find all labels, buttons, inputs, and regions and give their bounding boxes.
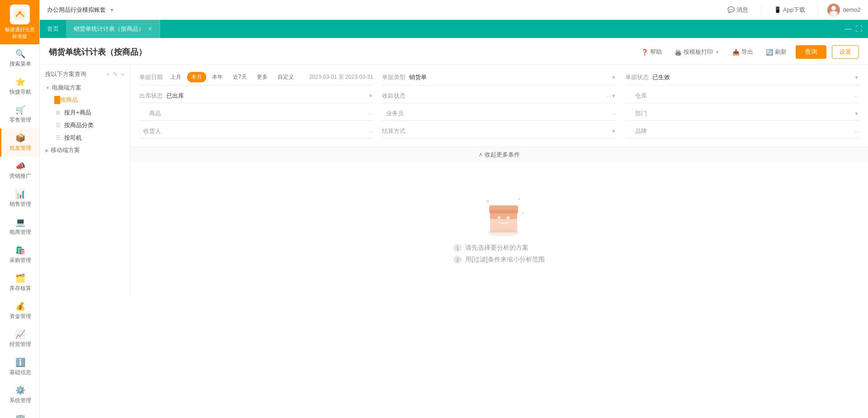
filter-type: 单据类型 销货单 ▼ (382, 72, 616, 86)
brand-more-icon[interactable]: ··· (854, 128, 859, 135)
product-more-icon[interactable]: ··· (368, 110, 373, 117)
edit-scheme-icon[interactable]: ✎ (113, 71, 118, 78)
app-download-button[interactable]: 📱 App下载 (770, 4, 809, 16)
date-tab-last-7days[interactable]: 近7天 (229, 72, 251, 82)
filter-brand: 品牌 ··· (625, 127, 859, 138)
help-button[interactable]: ❓ 帮助 (637, 46, 665, 58)
tree-item-by-month-product[interactable]: ⊞ 按月+商品 (51, 106, 130, 119)
sidebar-item-ecom[interactable]: 💻 电商管理 (0, 213, 39, 241)
type-value-area[interactable]: 销货单 ▼ (409, 73, 616, 81)
quick-nav-icon: ⭐ (15, 77, 25, 87)
logo-subtitle: 标准版 (12, 33, 27, 40)
sidebar-item-wholesale[interactable]: 📦 批发管理 (0, 128, 39, 157)
refresh-button[interactable]: 🔄 刷新 (762, 46, 790, 58)
date-tab-last-month[interactable]: 上月 (166, 72, 185, 82)
app-logo[interactable]: 畅捷通好生意 标准版 (0, 0, 39, 44)
tree-group-desktop[interactable]: ▼ 电脑端方案 (40, 82, 130, 94)
tree-group-mobile[interactable]: ▶ 移动端方案 (40, 144, 130, 156)
pay-status-label: 收款状态 (382, 92, 409, 100)
query-button[interactable]: 查询 (796, 45, 826, 59)
tree-item-by-product[interactable]: 按 按商品 (51, 94, 130, 106)
out-status-value-area[interactable]: 已出库 ▼ (166, 92, 373, 100)
tab-minimize-icon[interactable]: — (844, 25, 852, 33)
sidebar-item-system-label: 系统管理 (9, 397, 31, 404)
sidebar-item-basics[interactable]: ℹ️ 基础信息 (0, 353, 39, 381)
filter-out-status: 出库状态 已出库 ▼ (139, 92, 373, 103)
status-dropdown-icon: ▼ (854, 75, 859, 80)
svg-point-3 (830, 11, 838, 16)
tab-home-label: 首页 (47, 25, 59, 33)
sidebar-item-operations[interactable]: 📈 经营管理 (0, 325, 39, 353)
collapse-bar[interactable]: ∧ 收起更多条件 (130, 147, 868, 162)
enterprise-icon: 🏢 (15, 413, 25, 418)
tree-item-by-category-label: 按商品分类 (64, 121, 94, 129)
left-panel-icons: + ✎ « (106, 71, 124, 78)
wholesale-icon: 📦 (15, 133, 25, 143)
pay-status-value-area[interactable]: ··· ▼ (409, 93, 616, 100)
date-tab-this-month[interactable]: 本月 (187, 72, 206, 82)
receiver-more-icon[interactable]: ··· (368, 128, 373, 135)
tree-item-by-cashier[interactable]: ☰ 按司机 (51, 132, 130, 144)
product-value-area[interactable]: ··· (165, 110, 373, 117)
tab-home[interactable]: 首页 (40, 20, 66, 38)
tab-maximize-icon[interactable]: ⛶ (855, 25, 863, 33)
date-tab-this-year[interactable]: 本年 (208, 72, 227, 82)
workspace-dropdown-icon[interactable]: ▼ (109, 7, 114, 13)
date-tab-custom[interactable]: 自定义 (274, 72, 298, 82)
sidebar-item-system[interactable]: ⚙️ 系统管理 (0, 381, 39, 409)
ecom-icon: 💻 (15, 217, 25, 227)
date-tab-more[interactable]: 更多 (253, 72, 272, 82)
user-area[interactable]: demo2 (827, 4, 861, 16)
empty-hints: 1 请先选择要分析的方案 2 用[过滤]条件来缩小分析范围 (453, 244, 545, 267)
warehouse-more-icon[interactable]: ··· (854, 93, 859, 100)
tree-group-desktop-label: 电脑端方案 (52, 84, 81, 92)
pay-status-more-icon[interactable]: ··· (606, 93, 611, 100)
sidebar-item-quick-nav[interactable]: ⭐ 快捷导航 (0, 72, 39, 100)
sidebar-item-sales-mgmt[interactable]: 📊 销售管理 (0, 185, 39, 213)
sidebar-item-basics-label: 基础信息 (9, 369, 31, 376)
brand-value-area[interactable]: ··· (651, 128, 859, 135)
print-button[interactable]: 🖨️ 按模板打印 ▼ (671, 46, 723, 58)
add-scheme-icon[interactable]: + (106, 71, 110, 78)
sidebar-item-enterprise[interactable]: 🏢 企业协同 (0, 409, 39, 418)
date-label: 单据日期 (139, 73, 166, 81)
product-label: 商品 (139, 109, 165, 118)
page-title: 销货单统计计表（按商品） (49, 47, 146, 57)
svg-text:✦: ✦ (522, 211, 525, 215)
sidebar-item-inventory[interactable]: 🗂️ 库存核算 (0, 269, 39, 297)
sidebar-item-marketing[interactable]: 📣 营销推广 (0, 157, 39, 185)
sidebar-item-purchase[interactable]: 🛍️ 采购管理 (0, 241, 39, 269)
salesperson-more-icon[interactable]: ··· (611, 110, 616, 117)
empty-hint-1: 1 请先选择要分析的方案 (453, 244, 545, 252)
app-download-icon: 📱 (774, 6, 781, 13)
sidebar-item-finance-label: 资金管理 (9, 313, 31, 320)
empty-state: ✦ ✦ ✦ 1 请先选择要分析的方案 2 (130, 162, 868, 294)
topbar-right: 💬 消息 📱 App下载 demo2 (724, 4, 861, 16)
status-value-area[interactable]: 已生效 ▼ (652, 73, 859, 81)
salesperson-value-area[interactable]: ··· (407, 110, 616, 117)
settings-button[interactable]: 设置 (832, 45, 859, 59)
warehouse-value-area[interactable]: ··· (651, 93, 859, 100)
receiver-value-area[interactable]: ··· (165, 128, 373, 135)
tabbar: 首页 销货单统计计表（按商品） ✕ — ⛶ (40, 20, 868, 38)
message-button[interactable]: 💬 消息 (724, 4, 752, 16)
collapse-panel-icon[interactable]: « (121, 71, 124, 78)
workspace-title: 办公用品行业模拟账套 (47, 6, 106, 14)
tree-item-by-category[interactable]: ☰ 按商品分类 (51, 119, 130, 132)
tab-sales-report[interactable]: 销货单统计计表（按商品） ✕ (66, 20, 160, 38)
payment-value-area[interactable]: ▼ (409, 128, 616, 134)
tab-close-icon[interactable]: ✕ (148, 26, 152, 32)
sidebar-item-retail[interactable]: 🛒 零售管理 (0, 100, 39, 128)
dept-value-area[interactable]: ▼ (651, 111, 859, 116)
svg-point-1 (19, 11, 21, 14)
date-range-text: 2023-03-01 至 2023-03-31 (309, 73, 373, 81)
print-icon: 🖨️ (675, 49, 682, 56)
sidebar-item-sales-mgmt-label: 销售管理 (9, 200, 31, 208)
sidebar-item-search[interactable]: 🔍 搜索菜单 (0, 44, 39, 72)
sidebar-item-retail-label: 零售管理 (9, 116, 31, 124)
sidebar-item-marketing-label: 营销推广 (9, 172, 31, 180)
svg-point-8 (498, 216, 500, 219)
filter-date: 单据日期 上月 本月 本年 近7天 更多 自定义 (139, 72, 373, 86)
sidebar-item-finance[interactable]: 💰 资金管理 (0, 297, 39, 325)
export-button[interactable]: 📤 导出 (729, 46, 757, 58)
